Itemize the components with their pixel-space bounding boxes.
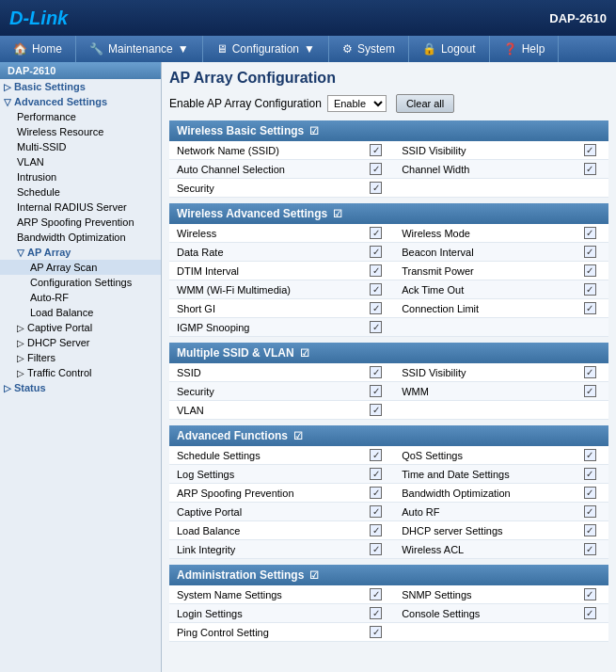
checkbox2-1-0[interactable]	[584, 227, 596, 239]
item-check2-2-0[interactable]	[577, 363, 608, 382]
sidebar-section-basic[interactable]: ▷ Basic Settings	[0, 79, 161, 94]
sidebar-item-intrusion[interactable]: Intrusion	[0, 169, 161, 184]
checkbox2-4-1[interactable]	[584, 607, 596, 619]
item-check-3-4[interactable]	[362, 521, 394, 540]
item-check2-3-5[interactable]	[577, 540, 608, 559]
nav-maintenance[interactable]: 🔧 Maintenance ▼	[76, 36, 203, 62]
checkbox-1-1[interactable]	[370, 246, 382, 258]
checkbox-3-1[interactable]	[370, 468, 382, 480]
checkbox-3-0[interactable]	[370, 449, 382, 461]
item-check2-4-2[interactable]	[577, 623, 608, 642]
checkbox-0-2[interactable]	[370, 182, 382, 194]
item-check-1-0[interactable]	[362, 224, 394, 243]
checkbox2-1-2[interactable]	[584, 264, 596, 277]
nav-help[interactable]: ❓ Help	[490, 36, 560, 62]
checkbox-2-0[interactable]	[370, 366, 382, 378]
clear-all-button[interactable]: Clear all	[396, 94, 454, 113]
item-check-2-1[interactable]	[362, 382, 394, 401]
sidebar-item-traffic[interactable]: ▷ Traffic Control	[0, 365, 161, 380]
item-check2-2-2[interactable]	[577, 401, 608, 420]
checkbox2-0-0[interactable]	[584, 144, 596, 156]
item-check-0-0[interactable]	[362, 141, 394, 160]
sidebar-item-bandwidth[interactable]: Bandwidth Optimization	[0, 230, 161, 245]
item-check2-1-1[interactable]	[577, 243, 608, 262]
item-check2-3-1[interactable]	[577, 465, 608, 484]
checkbox2-2-0[interactable]	[584, 366, 596, 378]
checkbox-3-4[interactable]	[370, 524, 382, 536]
item-check-4-0[interactable]	[362, 585, 394, 604]
item-check-3-2[interactable]	[362, 484, 394, 503]
item-check2-4-0[interactable]	[577, 585, 608, 604]
nav-configuration[interactable]: 🖥 Configuration ▼	[203, 36, 329, 62]
item-check2-1-3[interactable]	[577, 280, 608, 299]
checkbox2-3-3[interactable]	[584, 505, 596, 518]
sidebar-item-load-balance[interactable]: Load Balance	[0, 305, 161, 320]
item-check-4-1[interactable]	[362, 604, 394, 623]
sidebar-section-advanced[interactable]: ▽ Advanced Settings	[0, 94, 161, 109]
checkbox2-3-5[interactable]	[584, 543, 596, 555]
checkbox2-3-0[interactable]	[584, 449, 596, 461]
item-check2-0-2[interactable]	[577, 179, 608, 198]
sidebar-item-auto-rf[interactable]: Auto-RF	[0, 290, 161, 305]
checkbox-1-2[interactable]	[370, 264, 382, 277]
checkbox-1-0[interactable]	[370, 227, 382, 239]
nav-home[interactable]: 🏠 Home	[0, 36, 76, 62]
checkbox-1-4[interactable]	[370, 302, 382, 314]
checkbox-4-2[interactable]	[370, 626, 382, 638]
item-check2-1-0[interactable]	[577, 224, 608, 243]
checkbox-0-0[interactable]	[370, 144, 382, 156]
item-check-4-2[interactable]	[362, 623, 394, 642]
checkbox2-3-1[interactable]	[584, 468, 596, 480]
item-check-1-2[interactable]	[362, 262, 394, 280]
item-check2-0-0[interactable]	[577, 141, 608, 160]
sidebar-item-ap-array-scan[interactable]: AP Array Scan	[0, 260, 161, 275]
item-check2-3-3[interactable]	[577, 503, 608, 521]
item-check-1-3[interactable]	[362, 280, 394, 299]
checkbox2-1-3[interactable]	[584, 283, 596, 296]
sidebar-section-status[interactable]: ▷ Status	[0, 380, 161, 395]
checkbox2-3-2[interactable]	[584, 487, 596, 499]
item-check-3-1[interactable]	[362, 465, 394, 484]
checkbox-1-5[interactable]	[370, 321, 382, 333]
sidebar-item-vlan[interactable]: VLAN	[0, 154, 161, 169]
item-check2-3-0[interactable]	[577, 446, 608, 465]
checkbox2-1-1[interactable]	[584, 246, 596, 258]
item-check2-1-4[interactable]	[577, 299, 608, 318]
sidebar-item-captive-portal[interactable]: ▷ Captive Portal	[0, 320, 161, 335]
item-check2-2-1[interactable]	[577, 382, 608, 401]
item-check2-3-4[interactable]	[577, 521, 608, 540]
sidebar-item-wireless-resource[interactable]: Wireless Resource	[0, 124, 161, 139]
sidebar-item-multi-ssid[interactable]: Multi-SSID	[0, 139, 161, 154]
item-check-3-5[interactable]	[362, 540, 394, 559]
item-check-3-3[interactable]	[362, 503, 394, 521]
item-check2-0-1[interactable]	[577, 160, 608, 179]
checkbox-2-1[interactable]	[370, 385, 382, 397]
item-check-3-0[interactable]	[362, 446, 394, 465]
checkbox-4-0[interactable]	[370, 588, 382, 600]
sidebar-item-arp[interactable]: ARP Spoofing Prevention	[0, 215, 161, 230]
sidebar-item-filters[interactable]: ▷ Filters	[0, 350, 161, 365]
item-check-1-1[interactable]	[362, 243, 394, 262]
item-check2-1-5[interactable]	[577, 318, 608, 337]
enable-select[interactable]: Enable Disable	[327, 95, 387, 112]
sidebar-item-schedule[interactable]: Schedule	[0, 184, 161, 200]
item-check-0-1[interactable]	[362, 160, 394, 179]
item-check-1-4[interactable]	[362, 299, 394, 318]
sidebar-item-ap-array[interactable]: ▽ AP Array	[0, 245, 161, 260]
checkbox-3-3[interactable]	[370, 505, 382, 518]
checkbox2-3-4[interactable]	[584, 524, 596, 536]
item-check-0-2[interactable]	[362, 179, 394, 198]
checkbox2-2-1[interactable]	[584, 385, 596, 397]
item-check-2-0[interactable]	[362, 363, 394, 382]
checkbox-4-1[interactable]	[370, 607, 382, 619]
sidebar-item-performance[interactable]: Performance	[0, 109, 161, 124]
checkbox2-4-0[interactable]	[584, 588, 596, 600]
sidebar-item-dhcp[interactable]: ▷ DHCP Server	[0, 335, 161, 350]
item-check2-1-2[interactable]	[577, 262, 608, 280]
checkbox2-1-4[interactable]	[584, 302, 596, 314]
checkbox-3-5[interactable]	[370, 543, 382, 555]
item-check-2-2[interactable]	[362, 401, 394, 420]
sidebar-item-config-settings[interactable]: Configuration Settings	[0, 275, 161, 290]
nav-system[interactable]: ⚙ System	[329, 36, 409, 62]
item-check2-4-1[interactable]	[577, 604, 608, 623]
